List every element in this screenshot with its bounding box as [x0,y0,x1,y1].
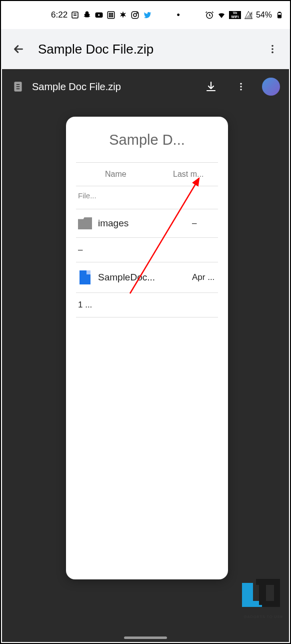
vowifi-icon: VoWiFi [229,11,241,19]
preview-filename: Sample Doc File.zip [32,81,197,93]
svg-point-16 [136,13,138,14]
svg-point-24 [272,52,274,54]
col-name-header: Name [105,170,173,179]
status-time: 6:22 [51,10,68,20]
svg-text:x: x [250,11,252,16]
table-row[interactable]: images – [78,209,216,237]
youtube-icon [94,11,104,20]
header-title: Sample Doc File.zip [38,42,265,57]
section-label: File... [78,186,216,209]
twitter-icon [142,11,152,20]
status-bar: 6:22 • VoWiFi x [1,1,290,29]
file-name: images [98,218,192,229]
battery-icon [275,11,284,20]
svg-point-7 [112,13,113,14]
document-icon [80,270,90,284]
svg-point-12 [110,16,112,17]
file-viewer: Sample Doc File.zip Sample D... Name Las… [2,69,289,642]
preview-header: Sample Doc File.zip [2,69,289,104]
svg-point-11 [109,16,110,17]
svg-point-30 [240,86,242,87]
app-header: Sample Doc File.zip [1,29,290,69]
file-type-icon [11,80,25,94]
column-headers: Name Last m... [78,163,216,186]
svg-rect-21 [278,15,281,18]
svg-point-23 [272,48,274,50]
watermark-logo: GADGETS TO USE [238,579,283,611]
table-row[interactable]: SampleDoc... Apr ... [78,262,216,292]
battery-percent: 54% [256,11,272,20]
file-date: – [192,218,216,228]
notification-icon [70,11,80,20]
folder-icon [78,217,92,229]
col-lastmodified-header: Last m... [173,170,205,179]
svg-point-5 [109,13,110,14]
file-date: Apr ... [192,272,216,282]
svg-point-13 [112,16,113,17]
document-preview-card[interactable]: Sample D... Name Last m... File... image… [66,117,228,579]
back-button[interactable] [11,42,26,57]
pagination-text: 1 ... [78,293,216,317]
svg-point-15 [134,14,136,17]
home-indicator[interactable] [124,636,167,639]
apps-grid-icon [106,11,116,20]
svg-point-6 [110,13,112,14]
svg-point-29 [240,83,242,85]
svg-point-22 [272,45,274,47]
svg-point-8 [109,15,110,16]
svg-point-9 [110,15,112,16]
table-row: – [78,238,216,262]
separator-dot: • [176,10,180,21]
download-button[interactable] [204,80,218,94]
alarm-icon [205,11,214,20]
svg-point-10 [112,15,113,16]
instagram-icon [130,11,140,20]
watermark-text: GADGETS TO USE [244,614,283,619]
header-menu-button[interactable] [265,42,280,57]
doc-title: Sample D... [78,132,216,148]
asterisk-icon [118,11,128,20]
file-name: SampleDoc... [98,272,192,283]
svg-rect-20 [278,12,280,13]
wifi-icon [217,11,226,20]
svg-rect-39 [262,601,280,607]
signal-icon: x [244,11,253,20]
user-avatar[interactable] [262,78,280,96]
snapchat-icon [82,11,92,20]
preview-menu-button[interactable] [234,80,248,94]
svg-point-31 [240,89,242,90]
